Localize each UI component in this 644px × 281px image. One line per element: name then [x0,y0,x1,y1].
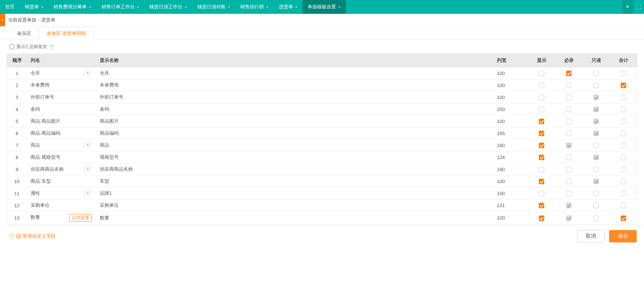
nav-tab[interactable]: 销售费用分摊单× [48,0,96,14]
checkbox[interactable] [566,191,572,196]
checkbox[interactable] [539,107,544,112]
cell-width[interactable]: 100 [493,187,528,199]
cell-display-name[interactable]: 外部订单号 [96,91,493,103]
add-icon[interactable]: + [84,166,91,173]
checkbox[interactable] [621,143,626,148]
checkbox[interactable] [539,83,544,88]
expand-handle[interactable]: » [0,14,5,26]
checkbox[interactable] [539,119,544,124]
checkbox[interactable] [539,131,544,136]
cell-display-name[interactable]: 仓库 [96,67,493,79]
save-button[interactable]: 保存 [609,230,637,242]
cell-width[interactable]: 100 [493,91,528,103]
cell-display-name[interactable]: 商品图片 [96,115,493,127]
checkbox[interactable] [621,215,626,221]
checkbox[interactable] [621,203,626,208]
cell-display-name[interactable]: 品牌1 [96,187,493,199]
close-icon[interactable]: × [266,5,268,9]
checkbox[interactable] [621,191,626,196]
cancel-button[interactable]: 取消 [577,230,605,242]
table-row[interactable]: 13数量公式设置数量100 [7,211,637,225]
cell-width[interactable]: 165 [493,127,528,139]
checkbox[interactable] [566,95,572,100]
checkbox[interactable] [621,71,626,76]
checkbox[interactable] [593,215,599,221]
checkbox[interactable] [593,83,599,88]
checkbox[interactable] [621,119,626,124]
cell-display-name[interactable]: 数量 [96,211,493,225]
cell-display-name[interactable]: 包装数量 [96,225,493,225]
tab-header-area[interactable]: 表头区 [9,27,39,40]
checkbox[interactable] [593,191,599,196]
cell-display-name[interactable]: 供应商商品名称 [96,163,493,175]
cell-width[interactable]: 160 [493,139,528,151]
checkbox[interactable] [566,131,572,136]
close-icon[interactable]: × [185,5,187,9]
checkbox[interactable] [539,167,544,172]
cell-width[interactable]: 100 [493,225,528,225]
checkbox[interactable] [539,179,544,184]
tab-body-detail[interactable]: 表体区-进货单明细 [39,27,94,40]
table-row[interactable]: 14包装数量包装数量100 [7,225,637,225]
cell-width[interactable]: 100 [493,175,528,187]
checkbox[interactable] [593,143,599,148]
cell-display-name[interactable]: 商品 [96,139,493,151]
close-all-button[interactable]: × [622,0,633,14]
nav-tab[interactable]: 首页 [0,0,20,14]
table-row[interactable]: 3外部订单号外部订单号100 [7,91,637,103]
cell-display-name[interactable]: 本单费用 [96,79,493,91]
nav-tab[interactable]: 销售订单工作台× [96,0,144,14]
formula-settings-button[interactable]: 公式设置 [69,214,92,222]
cell-display-name[interactable]: 条码 [96,103,493,115]
cell-display-name[interactable]: 车型 [96,175,493,187]
table-row[interactable]: 1仓库+仓库100 [7,67,637,79]
add-icon[interactable]: + [84,142,91,149]
checkbox[interactable] [566,119,572,124]
checkbox[interactable] [566,167,572,172]
checkbox[interactable] [593,203,599,208]
table-row[interactable]: 11属性+品牌1100 [7,187,637,199]
manage-custom-fields-link[interactable]: 管理自定义字段 [23,233,56,240]
checkbox[interactable] [539,191,544,196]
table-row[interactable]: 10商品.车型车型100 [7,175,637,187]
nav-tab[interactable]: 钱货日清工作台× [144,0,192,14]
checkbox[interactable] [621,167,626,172]
checkbox[interactable] [593,71,599,76]
nav-tab[interactable]: 单据模板设置× [303,0,345,14]
checkbox[interactable] [621,179,626,184]
table-row[interactable]: 9供应商商品名称+供应商商品名称160 [7,163,637,175]
checkbox[interactable] [621,95,626,100]
close-icon[interactable]: × [228,5,230,9]
cell-width[interactable]: 250 [493,103,528,115]
checkbox[interactable] [593,167,599,172]
cell-display-name[interactable]: 商品编码 [96,127,493,139]
fullscreen-button[interactable]: ⛶ [633,0,644,14]
checkbox[interactable] [539,155,544,160]
nav-tab[interactable]: 销货单× [20,0,48,14]
cell-width[interactable]: 100 [493,211,528,225]
close-icon[interactable]: × [89,5,91,9]
checkbox[interactable] [539,143,544,148]
help-icon[interactable]: ? [49,44,54,50]
checkbox[interactable] [566,83,572,88]
table-scroll[interactable]: 顺序 列名 显示名称 列宽 显示 必录 只读 合计 1仓库+仓库1002本单费用… [7,54,637,225]
close-icon[interactable]: × [41,5,43,9]
table-row[interactable]: 4条码条码250 [7,103,637,115]
cell-width[interactable]: 160 [493,163,528,175]
checkbox[interactable] [621,131,626,136]
cell-width[interactable]: 100 [493,115,528,127]
cell-display-name[interactable]: 规格型号 [96,151,493,163]
nav-tab[interactable]: 进货单× [274,0,303,14]
nav-tab[interactable]: 钱货日清对账× [192,0,235,14]
checkbox[interactable] [539,203,544,208]
nav-tab[interactable]: 销售排行榜× [235,0,273,14]
checkbox[interactable] [566,155,572,160]
checkbox[interactable] [621,155,626,160]
close-icon[interactable]: × [295,5,297,9]
checkbox[interactable] [566,107,572,112]
table-row[interactable]: 2本单费用本单费用100 [7,79,637,91]
close-icon[interactable]: × [137,5,139,9]
cell-width[interactable]: 124 [493,151,528,163]
checkbox[interactable] [539,95,544,100]
help-icon[interactable]: ? [9,234,15,239]
